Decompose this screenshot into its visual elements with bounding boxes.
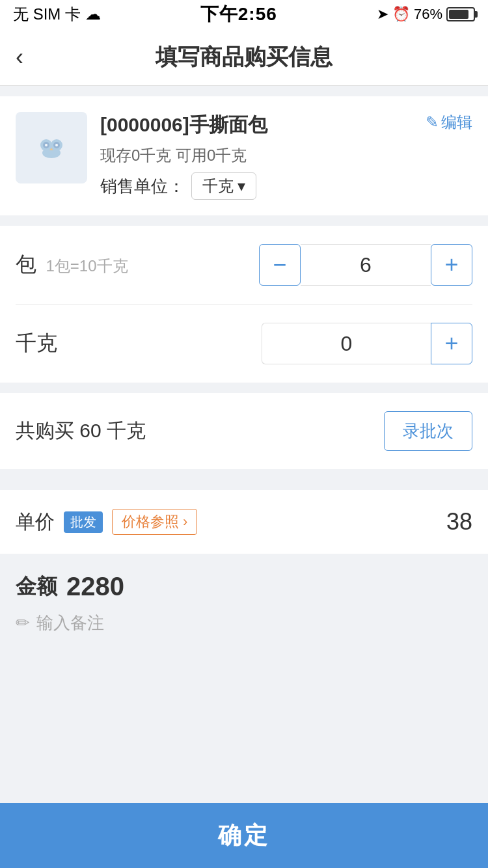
svg-point-5 — [55, 144, 58, 146]
product-thumbnail — [32, 128, 71, 167]
product-stock: 现存0千克 可用0千克 — [100, 145, 472, 166]
kg-controls: + — [262, 323, 472, 364]
status-time: 下午2:56 — [200, 2, 277, 27]
amount-label: 金额 — [16, 573, 57, 601]
kg-label-group: 千克 — [16, 329, 57, 358]
battery-percent: 76% — [414, 6, 442, 23]
status-left: 无 SIM 卡 ☁ — [13, 4, 101, 25]
remark-placeholder: 输入备注 — [36, 612, 104, 634]
batch-button[interactable]: 录批次 — [384, 411, 472, 451]
kg-input[interactable] — [262, 323, 431, 364]
bao-label-group: 包 1包=10千克 — [16, 251, 128, 279]
chevron-down-icon: ▾ — [237, 177, 245, 195]
price-type-tag: 批发 — [64, 511, 103, 533]
section-divider-1 — [0, 215, 488, 226]
summary-text: 共购买 60 千克 — [16, 418, 146, 444]
kg-row: 千克 + — [16, 305, 472, 383]
unit-value: 千克 — [202, 176, 234, 197]
status-bar: 无 SIM 卡 ☁ 下午2:56 ➤ ⏰ 76% — [0, 0, 488, 29]
page-title: 填写商品购买信息 — [156, 42, 332, 72]
amount-value: 2280 — [66, 572, 124, 601]
price-row: 单价 批发 价格参照 › 38 — [16, 508, 472, 536]
price-section: 单价 批发 价格参照 › 38 — [0, 490, 488, 554]
bao-input[interactable] — [301, 244, 431, 286]
remark-row[interactable]: ✏ 输入备注 — [16, 612, 472, 634]
product-name: [0000006]手撕面包 — [100, 112, 472, 139]
bao-row: 包 1包=10千克 − + — [16, 226, 472, 305]
edit-icon: ✎ — [426, 113, 439, 131]
kg-label: 千克 — [16, 331, 57, 355]
back-button[interactable]: ‹ — [16, 44, 23, 71]
nav-bar: ‹ 填写商品购买信息 — [0, 29, 488, 86]
battery-icon — [446, 7, 475, 21]
section-divider-2 — [0, 469, 488, 480]
price-ref-button[interactable]: 价格参照 › — [112, 509, 197, 535]
confirm-button[interactable]: 确定 — [0, 803, 488, 868]
status-right: ➤ ⏰ 76% — [377, 6, 475, 23]
product-unit-row: 销售单位： 千克 ▾ — [100, 172, 472, 200]
price-value: 38 — [446, 508, 472, 536]
input-section: 包 1包=10千克 − + 千克 + — [0, 226, 488, 383]
price-left: 单价 批发 价格参照 › — [16, 509, 197, 536]
bao-controls: − + — [259, 244, 472, 286]
bao-hint: 1包=10千克 — [46, 257, 128, 275]
alarm-icon: ⏰ — [392, 6, 410, 23]
location-icon: ➤ — [377, 6, 388, 23]
summary-section: 共购买 60 千克 录批次 — [0, 393, 488, 469]
pencil-icon: ✏ — [16, 613, 30, 633]
bao-plus-button[interactable]: + — [431, 244, 472, 286]
product-info: [0000006]手撕面包 现存0千克 可用0千克 销售单位： 千克 ▾ — [100, 112, 472, 200]
price-label: 单价 — [16, 509, 55, 536]
product-card: [0000006]手撕面包 现存0千克 可用0千克 销售单位： 千克 ▾ ✎ 编… — [0, 96, 488, 215]
bao-label: 包 — [16, 252, 36, 276]
unit-label: 销售单位： — [100, 175, 185, 198]
edit-button[interactable]: ✎ 编辑 — [426, 112, 472, 133]
kg-plus-button[interactable]: + — [431, 323, 472, 364]
amount-section: 金额 2280 ✏ 输入备注 — [0, 554, 488, 644]
edit-label: 编辑 — [441, 112, 472, 133]
unit-selector[interactable]: 千克 ▾ — [191, 172, 256, 200]
bao-minus-button[interactable]: − — [259, 244, 301, 286]
product-image — [16, 112, 87, 183]
svg-point-4 — [45, 144, 47, 146]
sim-label: 无 SIM 卡 ☁ — [13, 4, 101, 25]
amount-row: 金额 2280 — [16, 572, 472, 601]
